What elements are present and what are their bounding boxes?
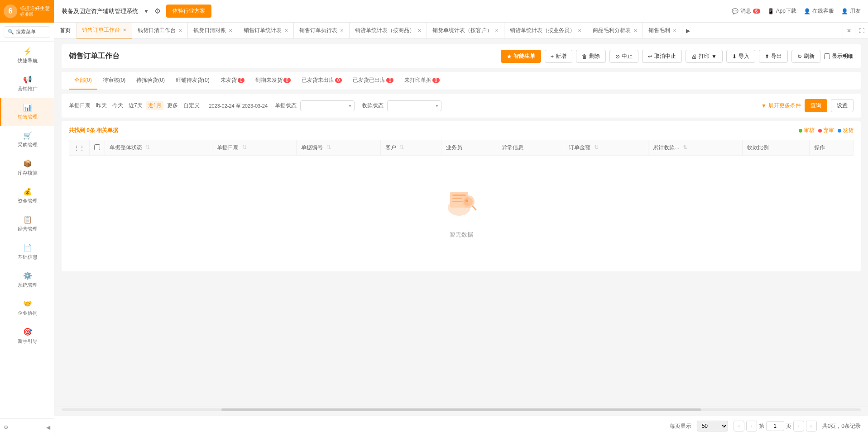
filter-tab-unshipped[interactable]: 未发货0 <box>215 72 250 90</box>
export-button[interactable]: ⬆ 导出 <box>759 50 788 63</box>
filter-tab-all[interactable]: 全部(0) <box>69 72 97 90</box>
payment-select[interactable] <box>387 100 441 111</box>
select-all-checkbox[interactable] <box>94 144 100 150</box>
tab-close-delivery-stat-product[interactable]: ✕ <box>417 28 421 33</box>
date-option-more[interactable]: 更多 <box>165 101 180 110</box>
tab-close-sales-margin[interactable]: ✕ <box>673 28 676 33</box>
cancel-stop-button[interactable]: ↩ 取消中止 <box>642 50 682 63</box>
expand-conditions-btn[interactable]: ▼ 展开更多条件 <box>761 99 801 112</box>
page-size-select[interactable]: 10 20 50 100 <box>697 421 728 431</box>
tab-action-close-right[interactable]: ✕ <box>843 23 855 39</box>
tab-delivery-stat-customer[interactable]: 销货单统计表（按客户） ✕ <box>427 23 504 39</box>
sidebar-item-label: 销售管理 <box>18 114 38 120</box>
sidebar-item-sales[interactable]: 📊 销售管理 <box>0 98 54 126</box>
topbar-settings-icon[interactable]: ⚙ <box>154 7 161 15</box>
filter-tab-shipped-not-out[interactable]: 已发货未出库0 <box>296 72 348 90</box>
tab-delivery-stat-salesman[interactable]: 销货单统计表（按业务员） ✕ <box>504 23 587 39</box>
industry-btn[interactable]: 体验行业方案 <box>166 5 211 18</box>
sort-icon-customer[interactable]: ⇅ <box>399 144 404 151</box>
sidebar-item-management[interactable]: 📋 经营管理 <box>0 210 54 238</box>
tab-sales-stat[interactable]: 销售订单统计表 ✕ <box>238 23 294 39</box>
tab-action-fullscreen[interactable]: ⛶ <box>855 23 868 39</box>
page-first-btn[interactable]: « <box>734 421 744 431</box>
status-select[interactable] <box>300 100 355 111</box>
import-button[interactable]: ⬇ 导入 <box>726 50 755 63</box>
search-menu-button[interactable]: 🔍 搜索菜单 <box>4 26 50 38</box>
tab-sales-margin[interactable]: 销售毛利 ✕ <box>643 23 682 39</box>
app-download-item[interactable]: 📱 App下载 <box>767 7 796 15</box>
tab-close-product-margin[interactable]: ✕ <box>633 28 637 33</box>
sidebar-item-basicinfo[interactable]: 📄 基础信息 <box>0 238 54 266</box>
collapse-icon[interactable]: ◀ <box>46 424 50 431</box>
sort-icon-amount[interactable]: ⇅ <box>594 144 599 151</box>
tab-close-delivery-stat-customer[interactable]: ✕ <box>495 28 499 33</box>
settings-icon[interactable]: ⚙ <box>4 424 9 431</box>
filter-tab-wangpu-pending[interactable]: 旺铺待发货(0) <box>170 72 215 90</box>
add-button[interactable]: + 新增 <box>545 50 572 63</box>
page-next-btn[interactable]: › <box>793 421 804 431</box>
sidebar-item-finance[interactable]: 💰 资金管理 <box>0 182 54 210</box>
ship-button[interactable]: 发货 <box>838 127 854 134</box>
date-option-custom[interactable]: 自定义 <box>182 101 201 110</box>
page-last-btn[interactable]: » <box>806 421 817 431</box>
export-icon: ⬆ <box>765 53 769 60</box>
refresh-button[interactable]: ↻ 刷新 <box>791 50 820 63</box>
sidebar-item-guide[interactable]: 🎯 新手引导 <box>0 322 54 350</box>
sidebar-item-inventory[interactable]: 📦 库存核算 <box>0 154 54 182</box>
tab-close-sales-stat[interactable]: ✕ <box>284 28 288 33</box>
tabs-more-btn[interactable]: ▶ <box>682 28 694 34</box>
tab-sales-workbench[interactable]: 销售订单工作台 ✕ <box>77 23 132 39</box>
sort-icon-collected[interactable]: ⇅ <box>683 144 687 151</box>
bottom-scrollbar[interactable] <box>54 407 868 412</box>
detail-checkbox[interactable] <box>824 53 830 59</box>
online-service-item[interactable]: 👤 在线客服 <box>804 7 834 15</box>
tab-home[interactable]: 首页 <box>54 23 77 39</box>
tab-close-sales-exec[interactable]: ✕ <box>340 28 344 33</box>
sidebar-item-marketing[interactable]: 📢 营销推广 <box>0 70 54 98</box>
filter-tab-overdue-unshipped[interactable]: 到期未发货0 <box>250 72 296 90</box>
sort-icon-number[interactable]: ⇅ <box>326 144 331 151</box>
date-option-today[interactable]: 今天 <box>110 101 125 110</box>
sidebar-item-quicknav[interactable]: ⚡ 快捷导航 <box>0 42 54 70</box>
filter-tab-pending-review[interactable]: 待审核(0) <box>97 72 131 90</box>
unapprove-button[interactable]: 弃审 <box>818 127 834 134</box>
system-dropdown[interactable]: ▼ <box>144 8 149 14</box>
tab-close-daily-clear[interactable]: ✕ <box>178 28 182 33</box>
col-check[interactable] <box>90 140 105 156</box>
ship-dot <box>838 129 841 133</box>
tab-close-daily-reconcile[interactable]: ✕ <box>229 28 232 33</box>
stop-button[interactable]: ⊘ 中止 <box>609 50 638 63</box>
page-input[interactable] <box>766 421 784 431</box>
date-option-yesterday[interactable]: 昨天 <box>94 101 109 110</box>
tab-daily-reconcile[interactable]: 钱货日清对账 ✕ <box>188 23 238 39</box>
sidebar-item-sysadmin[interactable]: ⚙️ 系统管理 <box>0 266 54 294</box>
tab-product-margin[interactable]: 商品毛利分析表 ✕ <box>587 23 643 39</box>
table-head-row: ⋮⋮ 单据整体状态 ⇅ 单据日期 ⇅ 单据编号 ⇅ <box>69 140 854 156</box>
sidebar-item-purchase[interactable]: 🛒 采购管理 <box>0 126 54 154</box>
tab-close-sales-workbench[interactable]: ✕ <box>123 28 126 33</box>
count-value: 0条 <box>86 127 95 133</box>
delete-button[interactable]: 🗑 删除 <box>576 50 606 63</box>
user-item[interactable]: 👤 用友 <box>841 7 861 15</box>
sort-icon-date[interactable]: ⇅ <box>242 144 247 151</box>
settings-button[interactable]: 设置 <box>831 99 854 112</box>
filter-tab-pending-inspect[interactable]: 待拣验货(0) <box>131 72 170 90</box>
tab-sales-exec[interactable]: 销售订单执行表 ✕ <box>294 23 350 39</box>
approve-button[interactable]: 审核 <box>799 127 815 134</box>
page-title: 销售订单工作台 <box>69 52 120 61</box>
smart-create-button[interactable]: ★ 智能生单 <box>501 50 541 63</box>
message-item[interactable]: 💬 消息 6 <box>732 7 760 15</box>
date-option-1month[interactable]: 近1月 <box>146 101 164 110</box>
query-button[interactable]: 查询 <box>805 99 827 112</box>
tab-daily-clear[interactable]: 钱货日清工作台 ✕ <box>132 23 188 39</box>
detail-toggle[interactable]: 显示明细 <box>824 52 854 60</box>
sidebar-item-collab[interactable]: 🤝 企业协同 <box>0 294 54 322</box>
print-button[interactable]: 🖨 打印 ▼ <box>686 50 723 63</box>
tab-close-delivery-stat-salesman[interactable]: ✕ <box>578 28 581 33</box>
tab-delivery-stat-product[interactable]: 销货单统计表（按商品） ✕ <box>350 23 427 39</box>
filter-tab-shipped-out[interactable]: 已发货已出库0 <box>347 72 399 90</box>
filter-tab-unprinted[interactable]: 未打印单据0 <box>399 72 445 90</box>
page-prev-btn[interactable]: ‹ <box>746 421 757 431</box>
sort-icon-status[interactable]: ⇅ <box>145 144 150 151</box>
date-option-7days[interactable]: 近7天 <box>127 101 144 110</box>
